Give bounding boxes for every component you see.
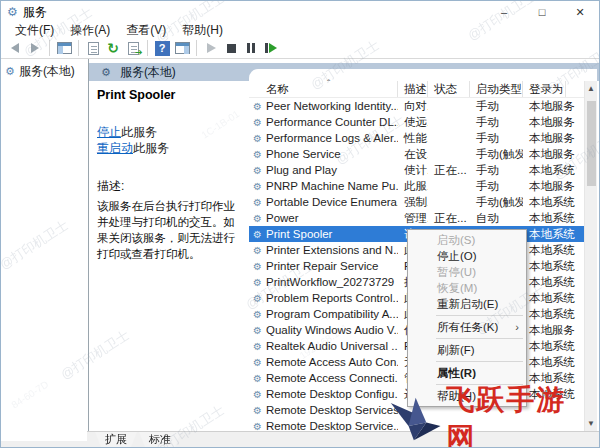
service-logon-cell: 本地系统 xyxy=(523,163,583,178)
table-row[interactable]: ⚙PNRP Machine Name Pu...此服...手动本地服务 xyxy=(249,178,584,194)
pause-service-icon[interactable] xyxy=(241,39,261,57)
restart-link-suffix: 此服务 xyxy=(133,141,169,155)
tab-extended[interactable]: 扩展 xyxy=(95,432,137,447)
table-row[interactable]: ⚙Performance Logs & Aler...性能...手动本地服务 xyxy=(249,130,584,146)
service-name: Remote Access Auto Con... xyxy=(266,356,398,368)
toolbar-separator xyxy=(196,40,197,56)
properties-icon[interactable] xyxy=(83,39,103,57)
column-header-description[interactable]: 描述 xyxy=(398,81,428,97)
refresh-icon[interactable]: ↻ xyxy=(103,39,123,57)
service-logon-cell: 本地系统 xyxy=(523,259,583,274)
context-menu-item-8[interactable]: 刷新(F) xyxy=(408,342,526,358)
service-gear-icon: ⚙ xyxy=(253,405,262,416)
table-row[interactable]: ⚙Performance Counter DL...使远...手动本地服务 xyxy=(249,114,584,130)
service-summary-pane: Print Spooler 停止此服务 重启动此服务 描述: 该服务在后台执行打… xyxy=(89,81,249,431)
service-startup-type-cell: 手动(触发... xyxy=(470,195,523,210)
tab-standard[interactable]: 标准 xyxy=(139,432,181,447)
service-status-cell: 正在... xyxy=(428,211,470,226)
close-button[interactable]: ✕ xyxy=(561,1,599,23)
forward-icon[interactable] xyxy=(25,39,45,57)
console-tree-icon[interactable] xyxy=(54,39,74,57)
service-gear-icon: ⚙ xyxy=(253,213,262,224)
column-header-name[interactable]: 名称ˆ xyxy=(249,81,398,97)
service-name: Problem Reports Control... xyxy=(266,292,398,304)
service-name: Plug and Play xyxy=(266,164,337,176)
service-name: Print Spooler xyxy=(266,228,332,240)
selected-service-name: Print Spooler xyxy=(97,88,243,102)
scroll-up-icon[interactable]: ▲ xyxy=(585,81,597,96)
service-gear-icon: ⚙ xyxy=(253,229,262,240)
table-row[interactable]: ⚙Portable Device Enumera...强制...手动(触发...… xyxy=(249,194,584,210)
scrollbar-thumb[interactable] xyxy=(587,101,596,186)
tree-item-services-local[interactable]: ⚙ 服务(本地) xyxy=(1,63,88,80)
site-logo: 飞跃手游网 xyxy=(389,393,589,445)
service-gear-icon: ⚙ xyxy=(253,101,262,112)
context-menu-item-10[interactable]: 属性(R) xyxy=(408,365,526,381)
service-name: Remote Desktop Service... xyxy=(266,420,398,431)
table-row[interactable]: ⚙Peer Networking Identity...向对...手动本地服务 xyxy=(249,98,584,114)
service-gear-icon: ⚙ xyxy=(253,133,262,144)
context-menu-item-6[interactable]: 所有任务(K)› xyxy=(408,319,526,335)
service-name: Realtek Audio Universal ... xyxy=(266,340,398,352)
column-header-startup-type[interactable]: 启动类型 xyxy=(470,81,523,97)
service-description-cell: 使远... xyxy=(398,115,428,130)
service-gear-icon: ⚙ xyxy=(253,277,262,288)
service-gear-icon: ⚙ xyxy=(253,261,262,272)
service-description-cell: 在设... xyxy=(398,147,428,162)
context-menu-item-1[interactable]: 停止(O) xyxy=(408,248,526,264)
back-icon[interactable] xyxy=(5,39,25,57)
menu-item-2[interactable]: 查看(V) xyxy=(118,22,174,39)
service-logon-cell: 本地服务 xyxy=(523,179,583,194)
column-header-logon-as[interactable]: 登录为 xyxy=(523,81,566,97)
toolbar: ↻ ? xyxy=(1,38,599,59)
services-icon: ⚙ xyxy=(5,65,15,78)
export-list-icon[interactable] xyxy=(123,39,143,57)
menu-item-0[interactable]: 文件(F) xyxy=(7,22,62,39)
services-icon: ⚙ xyxy=(101,66,111,79)
service-logon-cell: 本地系统 xyxy=(523,275,583,290)
help-icon[interactable]: ? xyxy=(152,39,172,57)
service-startup-type-cell: 手动 xyxy=(470,179,523,194)
table-row[interactable]: ⚙Phone Service在设...手动(触发...本地服务 xyxy=(249,146,584,162)
service-logon-cell: 本地系统 xyxy=(523,291,583,306)
context-menu-item-4[interactable]: 重新启动(E) xyxy=(408,296,526,312)
service-description-cell: 性能... xyxy=(398,131,428,146)
start-service-icon[interactable] xyxy=(201,39,221,57)
list-column-headers: 名称ˆ 描述 状态 启动类型 登录为 xyxy=(249,81,597,98)
restart-service-icon[interactable] xyxy=(261,39,281,57)
context-menu-item-2: 暂停(U) xyxy=(408,264,526,280)
stop-service-link[interactable]: 停止此服务 xyxy=(97,124,243,140)
service-description-cell: 向对... xyxy=(398,99,428,114)
service-name: PrintWorkflow_20273729 xyxy=(266,276,394,288)
service-name: Performance Logs & Aler... xyxy=(266,132,398,144)
restart-service-link[interactable]: 重启动此服务 xyxy=(97,140,243,156)
service-gear-icon: ⚙ xyxy=(253,389,262,400)
service-description-cell: 管理... xyxy=(398,211,428,226)
minimize-button[interactable]: – xyxy=(485,1,523,23)
stop-link-text[interactable]: 停止 xyxy=(97,125,121,139)
service-name: Peer Networking Identity... xyxy=(266,100,398,112)
window-title: 服务 xyxy=(23,4,47,21)
service-name: Phone Service xyxy=(266,148,341,160)
band-title: 服务(本地) xyxy=(120,64,176,81)
service-description: 该服务在后台执行打印作业并处理与打印机的交互。如果关闭该服务，则无法进行打印或查… xyxy=(97,198,245,262)
menu-item-1[interactable]: 操作(A) xyxy=(62,22,118,39)
table-row[interactable]: ⚙Plug and Play使计...正在...手动本地系统 xyxy=(249,162,584,178)
service-gear-icon: ⚙ xyxy=(253,325,262,336)
vertical-scrollbar[interactable]: ▲ ▼ xyxy=(584,81,597,431)
console-tree-panel: ⚙ 服务(本地) xyxy=(1,59,89,441)
restart-link-text[interactable]: 重启动 xyxy=(97,141,133,155)
table-row[interactable]: ⚙Power管理...正在...自动本地系统 xyxy=(249,210,584,226)
stop-service-icon[interactable] xyxy=(221,39,241,57)
submenu-arrow-icon: › xyxy=(515,319,519,335)
service-gear-icon: ⚙ xyxy=(253,373,262,384)
action-pane-icon[interactable] xyxy=(172,39,192,57)
view-tabs: 扩展标准 xyxy=(95,432,181,447)
description-label: 描述: xyxy=(97,178,243,195)
menu-item-3[interactable]: 帮助(H) xyxy=(174,22,231,39)
service-gear-icon: ⚙ xyxy=(253,197,262,208)
maximize-button[interactable]: □ xyxy=(523,1,561,23)
column-header-status[interactable]: 状态 xyxy=(428,81,470,97)
service-startup-type-cell: 手动 xyxy=(470,131,523,146)
service-startup-type-cell: 手动 xyxy=(470,163,523,178)
